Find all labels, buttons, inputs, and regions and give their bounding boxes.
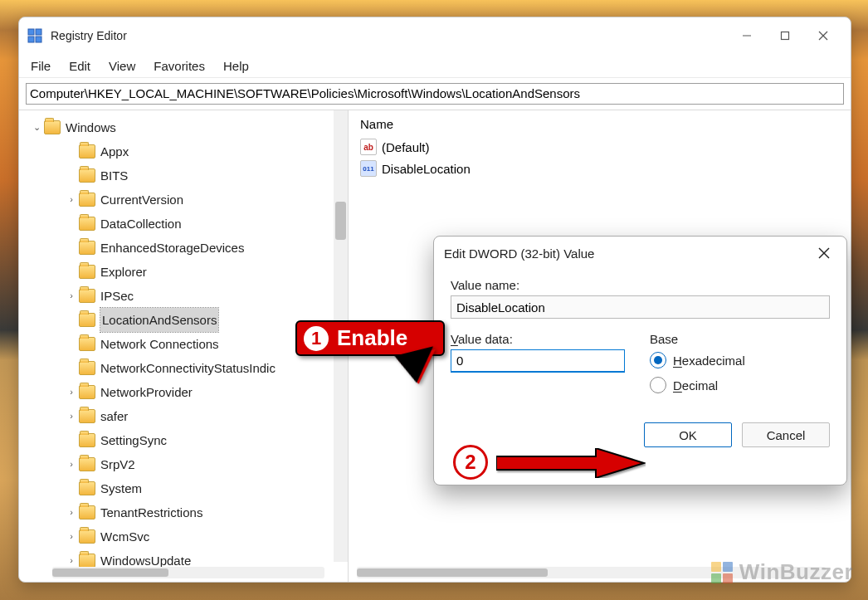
list-item[interactable]: ab(Default) [357, 136, 842, 158]
watermark: WinBuzzer [711, 559, 853, 585]
app-icon [27, 28, 42, 43]
radio-icon [650, 377, 666, 393]
folder-icon [79, 433, 95, 447]
svg-rect-5 [782, 32, 789, 40]
chevron-right-icon: › [66, 452, 77, 476]
annotation-step1: 1 Enable [295, 320, 445, 377]
tree-item-label: IPSec [100, 284, 134, 308]
chevron-right-icon: › [66, 404, 77, 428]
folder-icon [79, 409, 95, 423]
folder-icon [79, 193, 95, 207]
radio-icon [650, 352, 666, 368]
tree-item[interactable]: ›NetworkProvider [19, 380, 348, 404]
watermark-text: WinBuzzer [739, 559, 853, 585]
list-item[interactable]: 011DisableLocation [357, 158, 842, 179]
titlebar: Registry Editor [19, 17, 851, 54]
binary-value-icon: 011 [360, 160, 377, 177]
chevron-right-icon: › [66, 380, 77, 404]
tree-item-label: System [100, 476, 142, 500]
tree-item[interactable]: System [19, 476, 348, 500]
folder-icon [44, 120, 61, 134]
maximize-button[interactable] [766, 19, 804, 52]
tree-item-label: LocationAndSensors [100, 308, 218, 332]
tree-item-label: NetworkProvider [100, 380, 193, 404]
tree-item-label: NetworkConnectivityStatusIndic [100, 356, 276, 380]
tree-item[interactable]: ›IPSec [19, 284, 348, 308]
tree-item-label: SettingSync [100, 428, 167, 452]
folder-icon [79, 529, 95, 544]
folder-icon [79, 313, 95, 327]
watermark-logo-icon [711, 562, 733, 583]
tree-item[interactable]: SettingSync [19, 428, 348, 452]
tree-horizontal-scrollbar[interactable] [52, 567, 324, 578]
svg-marker-10 [496, 448, 644, 478]
list-item-label: DisableLocation [382, 162, 471, 176]
tree-item[interactable]: ›TenantRestrictions [19, 500, 348, 524]
tree-item-label: BITS [100, 163, 128, 188]
folder-icon [79, 337, 95, 351]
annotation-step1-text: Enable [337, 325, 407, 351]
minimize-button[interactable] [728, 19, 766, 52]
tree-item[interactable]: ›WcmSvc [19, 524, 348, 549]
folder-icon [79, 217, 95, 231]
tree-item-label: safer [100, 404, 128, 428]
folder-icon [79, 144, 95, 159]
dialog-titlebar: Edit DWORD (32-bit) Value [434, 237, 846, 270]
folder-icon [79, 361, 95, 375]
tree-item-label: SrpV2 [100, 452, 135, 476]
tree-item[interactable]: ›CurrentVersion [19, 188, 348, 212]
address-input[interactable]: Computer\HKEY_LOCAL_MACHINE\SOFTWARE\Pol… [26, 83, 844, 105]
folder-icon [79, 457, 95, 471]
tree-item[interactable]: ›safer [19, 404, 348, 428]
ok-button[interactable]: OK [644, 422, 732, 447]
chevron-right-icon: › [66, 500, 77, 524]
annotation-step2: 2 [453, 445, 488, 480]
folder-icon [79, 241, 95, 255]
tree-item[interactable]: BITS [19, 163, 348, 188]
svg-rect-1 [36, 29, 41, 35]
chevron-right-icon: › [66, 284, 77, 308]
menubar: File Edit View Favorites Help [19, 54, 851, 78]
tree-item-label: Network Connections [100, 332, 219, 356]
dialog-close-button[interactable] [812, 241, 836, 266]
tree-item[interactable]: ›SrpV2 [19, 452, 348, 476]
tree-item-label: EnhancedStorageDevices [100, 236, 244, 260]
string-value-icon: ab [360, 139, 377, 155]
menu-help[interactable]: Help [223, 59, 249, 73]
folder-icon [79, 385, 95, 399]
folder-icon [79, 554, 95, 568]
addressbar-container: Computer\HKEY_LOCAL_MACHINE\SOFTWARE\Pol… [19, 78, 851, 110]
svg-rect-3 [36, 37, 41, 42]
cancel-button[interactable]: Cancel [742, 422, 830, 447]
radio-decimal[interactable]: Decimal [650, 373, 745, 398]
chevron-down-icon: ⌄ [31, 115, 42, 139]
value-name-input[interactable] [451, 295, 830, 319]
tree-item[interactable]: DataCollection [19, 212, 348, 236]
base-legend: Base [650, 332, 745, 346]
folder-icon [79, 265, 95, 279]
tree-item-root[interactable]: ⌄Windows [19, 115, 348, 139]
folder-icon [79, 481, 95, 495]
folder-icon [79, 168, 95, 183]
tree-item-label: Appx [100, 139, 129, 163]
tree-item[interactable]: Appx [19, 139, 348, 163]
annotation-arrow [496, 448, 646, 478]
tree-item[interactable]: EnhancedStorageDevices [19, 236, 348, 260]
tree-item-label: TenantRestrictions [100, 500, 202, 524]
tree-item-label: WcmSvc [100, 524, 149, 549]
window-title: Registry Editor [51, 29, 127, 42]
tree-item-label: Explorer [100, 260, 147, 284]
menu-view[interactable]: View [109, 59, 135, 73]
tree-item-label: CurrentVersion [100, 188, 183, 212]
column-header-name[interactable]: Name [357, 115, 842, 136]
menu-edit[interactable]: Edit [69, 59, 90, 73]
menu-favorites[interactable]: Favorites [154, 59, 205, 73]
folder-icon [79, 505, 95, 520]
close-button[interactable] [804, 19, 842, 52]
tree-item-label: DataCollection [100, 212, 182, 236]
value-data-input[interactable] [451, 349, 625, 373]
menu-file[interactable]: File [31, 59, 51, 73]
tree-item[interactable]: Explorer [19, 260, 348, 284]
radio-hexadecimal[interactable]: Hexadecimal [650, 348, 745, 373]
svg-rect-2 [28, 37, 34, 42]
